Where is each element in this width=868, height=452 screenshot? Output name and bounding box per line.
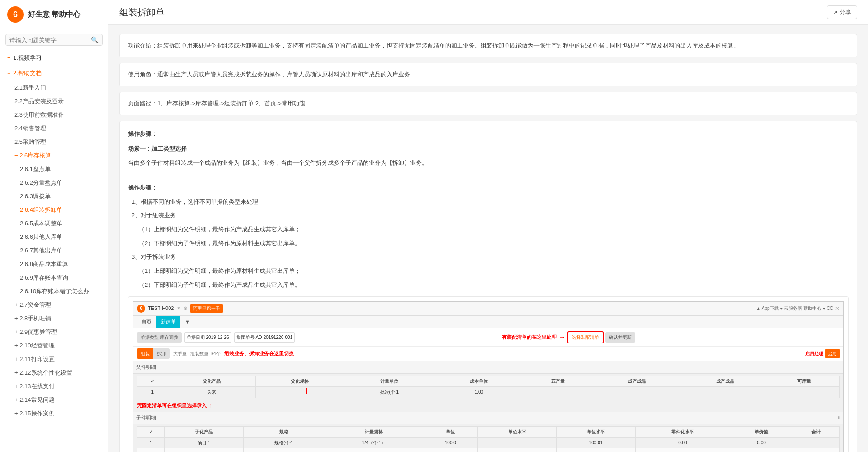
fake-tab-more[interactable]: ▼ [180, 316, 194, 328]
sidebar-item-mobile[interactable]: + 2.8手机旺铺 [0, 312, 108, 325]
search-icon[interactable]: 🔍 [91, 36, 99, 43]
fake-tab-new[interactable]: 新建单 [156, 316, 180, 328]
search-input[interactable] [9, 37, 91, 43]
sidebar-item-faq[interactable]: + 2.14常见问题 [0, 393, 108, 407]
page-title: 组装拆卸单 [119, 6, 165, 19]
sidebar-item-cost-calc[interactable]: 2.6.8商品成本重算 [0, 257, 108, 271]
sidebar-item-purchase[interactable]: 2.5采购管理 [0, 135, 108, 149]
fake-qty-info: 大手量 [173, 349, 187, 358]
search-box[interactable]: 🔍 [5, 34, 103, 46]
fake-enable-btn[interactable]: 启用 [825, 349, 840, 358]
fake-top-icons: ▲ App下载 ● 云服务器 帮助中心 ● CC [756, 304, 833, 313]
sidebar-item-adjust[interactable]: 2.6.3调拨单 [0, 190, 108, 203]
annotation-text-2: 组装业务、拆卸业务在这里切换 [224, 349, 294, 358]
sidebar-item-sales[interactable]: 2.4销售管理 [0, 122, 108, 135]
logo-icon: 6 [7, 6, 24, 23]
sidebar-item-newcomer[interactable]: 2.1新手入门 [0, 81, 108, 95]
annotation-arrow-1: → [558, 330, 566, 344]
upper-th-spec: 父化规格 [256, 376, 344, 386]
sidebar-item-docs[interactable]: − 2.帮助文档 [0, 66, 108, 81]
step2-2: （2）下部明细为子件明细，最终作为原材料生成其它出库单。 [139, 238, 849, 249]
fake-select-btn[interactable]: 选择装配清单 [567, 331, 604, 343]
sidebar-item-ops[interactable]: + 2.10经营管理 [0, 339, 108, 352]
upper-th-avail: 可库量 [769, 376, 839, 386]
share-button[interactable]: ↗ 分享 [827, 5, 857, 19]
upper-th-check: ✓ [137, 376, 168, 386]
fake-type-select[interactable]: 组装 拆卸 [137, 348, 170, 359]
sidebar-item-assembly[interactable]: 2.6.4组装拆卸单 [0, 203, 108, 217]
path-card: 页面路径：1、库存核算->库存管理->组装拆卸单 2、首页->常用功能 [119, 92, 857, 115]
upper-th-product: 父化产品 [168, 376, 256, 386]
upper-th-cost: 成本单位 [435, 376, 523, 386]
expand-icon: + [7, 55, 10, 61]
fake-date-input[interactable]: 单据日期 2019-12-26 [184, 332, 231, 343]
steps-title: 操作步骤： [128, 128, 849, 140]
sidebar-item-other-out[interactable]: 2.6.7其他出库单 [0, 244, 108, 257]
fake-toolbar-row: 单据类型 库存调拨 单据日期 2019-12-26 集团单号 AD-201912… [133, 328, 843, 346]
role-card: 使用角色：通常由生产人员或库管人员完成拆装业务的操作，库管人员确认原材料的出库和… [119, 63, 857, 86]
share-icon: ↗ [833, 9, 838, 16]
sidebar-item-online-pay[interactable]: + 2.13在线支付 [0, 380, 108, 393]
sidebar-item-video[interactable]: + 1.视频学习 [0, 50, 108, 66]
fake-logo: 6 [137, 305, 145, 313]
fake-close-icon[interactable]: ✕ [835, 304, 840, 314]
fake-lower-section: 子件明细 ⬆ [133, 412, 843, 424]
collapse-icon: − [7, 70, 10, 76]
fake-lower-table: ✓ 子化产品 规格 计量规格 单位 单位水平 单位水平 零件化水平 单价值 [137, 426, 840, 452]
fake-tab-home[interactable]: 自页 [137, 316, 156, 328]
sidebar-item-cases[interactable]: + 2.15操作案例 [0, 407, 108, 420]
annotation-text-4: 无固定清单可在组织里选择录入 [137, 401, 207, 410]
fake-save-btn[interactable]: 单据类型 库存调拨 [137, 332, 182, 343]
sidebar-item-inventory[interactable]: − 2.6库存核算 [0, 149, 108, 162]
sidebar-item-data-prep[interactable]: 2.3使用前数据准备 [0, 108, 108, 122]
sidebar-item-coupon[interactable]: + 2.9优惠券管理 [0, 325, 108, 339]
fake-gear-icon: ⚙ [184, 304, 188, 313]
main-content: 组装拆卸单 ↗ 分享 功能介绍：组装拆卸单用来处理企业组装或拆卸等加工业务，支持… [108, 0, 868, 452]
expand-icon10: + [14, 410, 18, 417]
scenario-desc: 当由多个子件材料组装成一个成品的业务为【组装】业务，当由一个父件拆分成多个子产品… [128, 157, 849, 169]
nav-section: + 1.视频学习 − 2.帮助文档 2.1新手入门 2.2产品安装及登录 2.3… [0, 50, 108, 422]
fake-app-name: TEST-H002 [148, 304, 174, 313]
step1: 1、根据不同的业务，选择不同单据的类型来处理 [132, 196, 849, 208]
sidebar-item-other-in[interactable]: 2.6.6其他入库单 [0, 230, 108, 244]
sidebar-item-custom[interactable]: + 2.12系统个性化设置 [0, 366, 108, 380]
expand-icon8: + [14, 383, 18, 390]
sidebar: 6 好生意 帮助中心 🔍 + 1.视频学习 − 2.帮助文档 2.1新手入门 2… [0, 0, 108, 452]
collapse-sub-icon: − [14, 152, 18, 159]
sidebar-item-cost-adjust[interactable]: 2.6.5成本调整单 [0, 217, 108, 230]
fake-assembly-btn[interactable]: 组装 [137, 348, 153, 359]
sidebar-item-finance[interactable]: + 2.7资金管理 [0, 298, 108, 312]
op-steps-title: 操作步骤： [128, 182, 849, 194]
fake-annotation-area: 有装配清单的在这里处理 → 选择装配清单 确认并更新 [297, 330, 840, 344]
intro-card: 功能介绍：组装拆卸单用来处理企业组装或拆卸等加工业务，支持有固定装配清单的产品加… [119, 34, 857, 57]
fake-subtoolbar: 组装 拆卸 大手量 组装数量 1/4个 组装业务、拆卸业务在这里切换 启用处理 … [133, 347, 843, 361]
step3: 3、对于拆装业务 [132, 252, 849, 263]
fake-titlebar: 6 TEST-H002 ▼ ⚙ 阿里巴巴一千 ▲ App下载 ● 云服务器 帮助… [133, 302, 843, 316]
upper-table-row: 1 关来 批次(个·1 1.00 [137, 386, 840, 398]
sidebar-item-print[interactable]: + 2.11打印设置 [0, 352, 108, 366]
step3-1: （1）上部明细为父件明细，最终作为原材料生成其它出库单； [139, 266, 849, 277]
logo-text: 好生意 帮助中心 [28, 10, 80, 19]
fake-qty-count: 组装数量 1/4个 [190, 349, 221, 358]
fake-disassembly-btn[interactable]: 拆卸 [153, 348, 170, 359]
fake-expand-icon[interactable]: ⬆ [837, 414, 840, 422]
fake-prev-btn[interactable]: 阿里巴巴一千 [190, 304, 223, 313]
fake-confirm-btn[interactable]: 确认并更新 [605, 332, 635, 343]
fake-lower-annotation: 无固定清单可在组织里选择录入 ↑ [133, 400, 843, 412]
sidebar-item-ledger-error[interactable]: 2.6.10库存账本错了怎么办 [0, 285, 108, 298]
annotation-arrow-4: ↑ [209, 401, 212, 411]
expand-icon2: + [14, 301, 18, 308]
sidebar-item-install[interactable]: 2.2产品安装及登录 [0, 95, 108, 108]
sidebar-item-check[interactable]: 2.6.1盘点单 [0, 162, 108, 176]
fake-upper-section: 父件明细 [133, 361, 843, 374]
fake-lower-table-wrapper: ✓ 子化产品 规格 计量规格 单位 单位水平 单位水平 零件化水平 单价值 [133, 424, 843, 452]
main-header: 组装拆卸单 ↗ 分享 [108, 0, 868, 25]
fake-tabs-row: 自页 新建单 ▼ [133, 316, 843, 328]
expand-icon5: + [14, 342, 18, 349]
fake-order-input[interactable]: 集团单号 AD-20191226-001 [234, 332, 295, 343]
sidebar-item-partial-check[interactable]: 2.6.2分量盘点单 [0, 176, 108, 190]
sidebar-item-ledger-query[interactable]: 2.6.9库存账本查询 [0, 271, 108, 285]
expand-icon6: + [14, 356, 18, 362]
annotation-text-1: 有装配清单的在这里处理 [502, 333, 557, 342]
expand-icon7: + [14, 369, 18, 376]
